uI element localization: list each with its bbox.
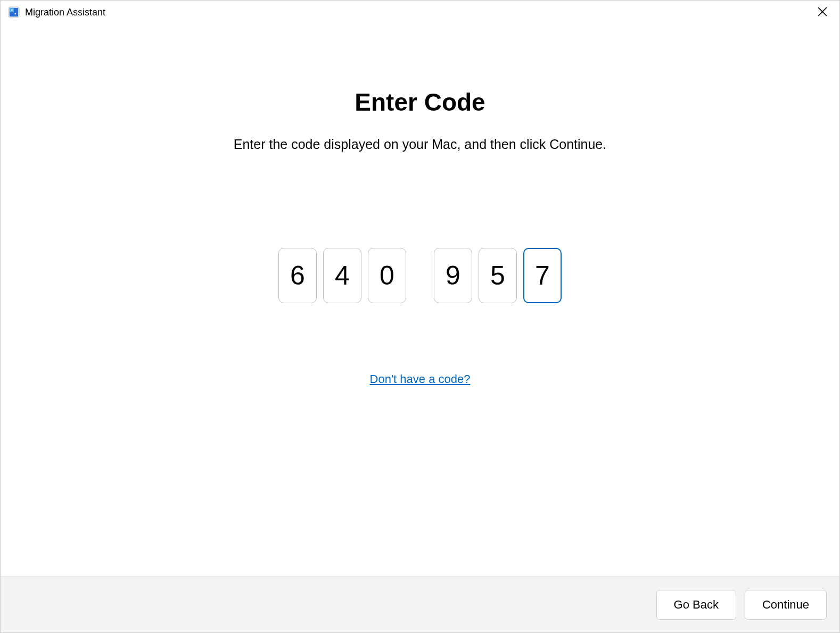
close-button[interactable] — [813, 3, 832, 22]
no-code-link[interactable]: Don't have a code? — [370, 372, 471, 386]
code-digit-3[interactable] — [368, 248, 406, 303]
titlebar: Migration Assistant — [1, 1, 839, 24]
page-heading: Enter Code — [355, 88, 485, 116]
footer: Go Back Continue — [1, 576, 839, 632]
close-icon — [818, 7, 827, 18]
page-subtext: Enter the code displayed on your Mac, an… — [234, 137, 606, 152]
code-digit-1[interactable] — [278, 248, 317, 303]
code-digit-6[interactable] — [523, 248, 562, 303]
go-back-button[interactable]: Go Back — [656, 590, 736, 620]
code-digit-5[interactable] — [479, 248, 517, 303]
continue-button[interactable]: Continue — [745, 590, 827, 620]
migration-assistant-window: Migration Assistant Enter Code Enter the… — [0, 0, 840, 633]
migration-assistant-icon — [8, 6, 20, 18]
titlebar-left: Migration Assistant — [8, 6, 105, 18]
code-digit-4[interactable] — [434, 248, 472, 303]
code-input-row — [278, 248, 562, 303]
content-area: Enter Code Enter the code displayed on y… — [1, 24, 839, 576]
app-title: Migration Assistant — [25, 7, 105, 18]
code-digit-2[interactable] — [323, 248, 361, 303]
